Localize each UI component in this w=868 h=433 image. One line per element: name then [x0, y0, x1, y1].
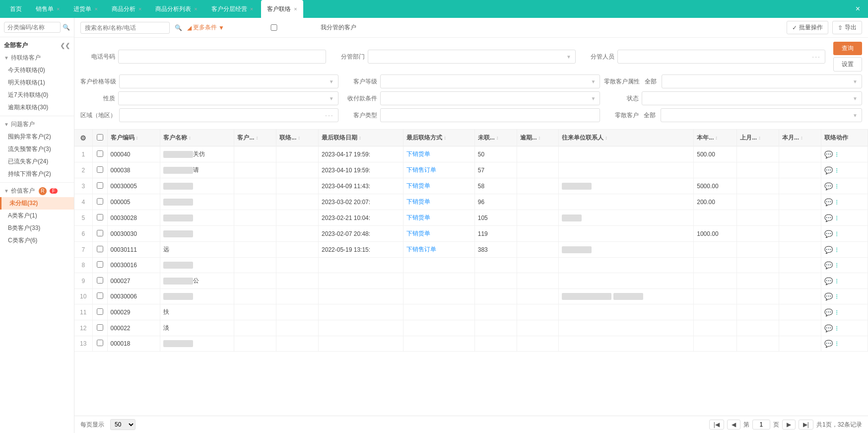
grid-icon[interactable]: ⁝: [836, 261, 838, 269]
price-level-select[interactable]: ▼: [119, 74, 338, 88]
nav-sales[interactable]: 销售单 ×: [30, 0, 66, 18]
close-product-analysis-tab[interactable]: ×: [138, 6, 141, 12]
phone-input[interactable]: [118, 50, 326, 64]
sidebar-item-churn-warning[interactable]: 流失预警客户(3): [0, 143, 74, 155]
reset-button[interactable]: 设置: [833, 57, 862, 72]
sidebar-item-ungrouped[interactable]: 未分组(32): [0, 197, 74, 210]
grid-icon[interactable]: ⁝: [836, 182, 838, 190]
row-checkbox-cell[interactable]: [92, 162, 107, 178]
message-icon[interactable]: 💬: [824, 182, 833, 190]
page-number-input[interactable]: [752, 420, 770, 430]
message-icon[interactable]: 💬: [824, 277, 833, 285]
col-contact-person[interactable]: 往来单位联系人 ↕: [559, 130, 694, 146]
retail-select[interactable]: ▼: [661, 108, 862, 122]
row-checkbox-cell[interactable]: [92, 320, 107, 336]
sidebar-item-class-b[interactable]: B类客户(33): [0, 222, 74, 234]
message-icon[interactable]: 💬: [824, 246, 833, 254]
close-sales-tab[interactable]: ×: [57, 6, 60, 12]
grid-icon[interactable]: ⁝: [836, 150, 838, 158]
row-checkbox[interactable]: [97, 182, 103, 189]
sidebar-group-pending[interactable]: ▼ 待联络客户: [0, 52, 74, 64]
sidebar-collapse-icon[interactable]: ❮❮: [60, 42, 70, 49]
col-last-month[interactable]: 上月... ↕: [737, 130, 779, 146]
contact-method-link[interactable]: 下销售订单: [406, 166, 436, 173]
row-checkbox-cell[interactable]: [92, 273, 107, 289]
message-icon[interactable]: 💬: [824, 198, 833, 206]
contact-method-link[interactable]: 下销货单: [406, 230, 430, 237]
close-customer-contact-tab[interactable]: ×: [294, 6, 297, 12]
grid-icon[interactable]: ⁝: [836, 324, 838, 332]
row-checkbox[interactable]: [97, 214, 103, 220]
export-button[interactable]: ⇧ 导出: [832, 21, 862, 34]
payment-select[interactable]: ▼: [380, 91, 601, 105]
first-page-button[interactable]: |◀: [709, 420, 724, 430]
sidebar-search-input[interactable]: [4, 22, 61, 33]
my-customers-filter[interactable]: 我分管的客户: [229, 23, 356, 32]
row-checkbox-cell[interactable]: [92, 194, 107, 210]
col-this-year[interactable]: 本年... ↕: [694, 130, 737, 146]
contact-method-link[interactable]: 下销售订单: [406, 246, 436, 253]
nav-customer-contact[interactable]: 客户联络 ×: [261, 0, 303, 18]
sidebar-group-value[interactable]: ▼ 价值客户 R F: [0, 185, 74, 197]
row-checkbox[interactable]: [97, 340, 103, 346]
sidebar-search-icon[interactable]: 🔍: [63, 24, 70, 31]
customer-type-input[interactable]: [380, 108, 601, 122]
grid-icon[interactable]: ⁝: [836, 198, 838, 206]
row-checkbox-cell[interactable]: [92, 146, 107, 162]
row-checkbox[interactable]: [97, 230, 103, 236]
grid-icon[interactable]: ⁝: [836, 230, 838, 238]
message-icon[interactable]: 💬: [824, 292, 833, 300]
sidebar-item-class-a[interactable]: A类客户(1): [0, 210, 74, 222]
row-checkbox[interactable]: [97, 261, 103, 268]
message-icon[interactable]: 💬: [824, 324, 833, 332]
grid-icon[interactable]: ⁝: [836, 166, 838, 174]
message-icon[interactable]: 💬: [824, 166, 833, 174]
row-checkbox-cell[interactable]: [92, 336, 107, 352]
col-last-contact-date[interactable]: 最后联络日期 ↕: [319, 130, 403, 146]
status-select[interactable]: ▼: [642, 91, 862, 105]
grid-icon[interactable]: ⁝: [836, 246, 838, 254]
prev-page-button[interactable]: ◀: [727, 420, 740, 430]
row-checkbox[interactable]: [97, 308, 103, 315]
col-not-contact[interactable]: 未联... ↕: [474, 130, 517, 146]
row-checkbox-cell[interactable]: [92, 258, 107, 273]
nav-product-analysis[interactable]: 商品分析 ×: [106, 0, 147, 18]
dept-select[interactable]: ▼: [368, 50, 576, 64]
row-checkbox[interactable]: [97, 150, 103, 157]
contact-method-link[interactable]: 下销货单: [406, 214, 430, 221]
nav-home[interactable]: 首页: [4, 0, 28, 18]
row-checkbox-cell[interactable]: [92, 242, 107, 258]
nav-product-analysis-list[interactable]: 商品分析列表 ×: [149, 0, 203, 18]
col-settings[interactable]: ⚙: [74, 130, 92, 146]
batch-operation-button[interactable]: ✓ 批量操作: [787, 21, 828, 34]
grid-icon[interactable]: ⁝: [836, 292, 838, 300]
col-code[interactable]: 客户编码 ↕: [107, 130, 160, 146]
sidebar-item-overdue-pending[interactable]: 逾期未联络(30): [0, 101, 74, 114]
message-icon[interactable]: 💬: [824, 308, 833, 316]
sidebar-item-churned[interactable]: 已流失客户(24): [0, 155, 74, 168]
more-conditions-button[interactable]: ◢ 更多条件 ▼: [187, 23, 224, 32]
col-checkbox[interactable]: [92, 130, 107, 146]
sidebar-item-class-c[interactable]: C类客户(6): [0, 234, 74, 247]
retail-attr-select[interactable]: ▼: [662, 74, 862, 88]
row-checkbox[interactable]: [97, 166, 103, 173]
select-all-checkbox[interactable]: [97, 134, 103, 141]
row-checkbox-cell[interactable]: [92, 178, 107, 194]
search-input[interactable]: [80, 22, 170, 34]
grid-icon[interactable]: ⁝: [836, 308, 838, 316]
row-checkbox[interactable]: [97, 198, 103, 205]
sidebar-item-7days-pending[interactable]: 近7天待联络(0): [0, 89, 74, 101]
close-product-analysis-list-tab[interactable]: ×: [194, 6, 197, 12]
grid-icon[interactable]: ⁝: [836, 214, 838, 222]
global-close-button[interactable]: ×: [852, 4, 864, 13]
message-icon[interactable]: 💬: [824, 261, 833, 269]
row-checkbox-cell[interactable]: [92, 289, 107, 304]
next-page-button[interactable]: ▶: [782, 420, 796, 430]
message-icon[interactable]: 💬: [824, 150, 833, 158]
grid-icon[interactable]: ⁝: [836, 277, 838, 285]
row-checkbox[interactable]: [97, 324, 103, 331]
message-icon[interactable]: 💬: [824, 230, 833, 238]
contact-method-link[interactable]: 下销货单: [406, 182, 430, 189]
col-this-month[interactable]: 本月... ↕: [779, 130, 821, 146]
query-button[interactable]: 查询: [833, 42, 862, 55]
